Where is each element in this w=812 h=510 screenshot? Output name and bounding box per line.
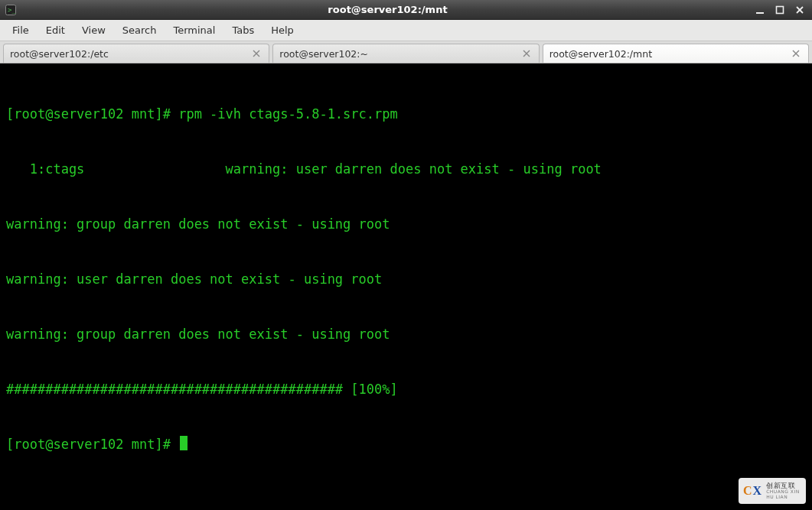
tab-label: root@server102:~ [279, 48, 515, 60]
menu-file[interactable]: File [5, 21, 37, 39]
menu-view[interactable]: View [74, 21, 113, 39]
watermark-logo-icon: CX [743, 484, 761, 498]
close-icon[interactable] [520, 47, 533, 60]
close-icon[interactable] [250, 47, 263, 60]
maximize-button[interactable] [772, 4, 788, 16]
watermark-text: 创新互联 CHUANG XIN HU LIAN [766, 482, 801, 499]
terminal-app-icon: >_ [5, 4, 17, 16]
tab-label: root@server102:/etc [10, 48, 246, 60]
menu-terminal[interactable]: Terminal [165, 21, 223, 39]
terminal-line: 1:ctags warning: user darren does not ex… [6, 160, 806, 178]
menubar: File Edit View Search Terminal Tabs Help [0, 20, 812, 41]
watermark-en: CHUANG XIN HU LIAN [766, 489, 801, 499]
terminal-line: warning: group darren does not exist - u… [6, 325, 806, 343]
svg-rect-2 [756, 12, 764, 14]
menu-edit[interactable]: Edit [38, 21, 73, 39]
terminal-line: [root@server102 mnt]# rpm -ivh ctags-5.8… [6, 105, 806, 123]
terminal-line: warning: group darren does not exist - u… [6, 215, 806, 233]
svg-text:>_: >_ [8, 6, 16, 14]
terminal-prompt: [root@server102 mnt]# [6, 437, 178, 452]
tab-home[interactable]: root@server102:~ [272, 44, 539, 63]
window-title: root@server102:/mnt [23, 4, 752, 15]
terminal-line: warning: user darren does not exist - us… [6, 270, 806, 288]
tab-label: root@server102:/mnt [549, 48, 785, 60]
terminal-viewport[interactable]: [root@server102 mnt]# rpm -ivh ctags-5.8… [0, 63, 812, 510]
menu-tabs[interactable]: Tabs [224, 21, 262, 39]
menu-help[interactable]: Help [263, 21, 302, 39]
svg-rect-3 [777, 6, 784, 13]
terminal-cursor [180, 436, 188, 450]
tab-etc[interactable]: root@server102:/etc [3, 44, 269, 63]
minimize-button[interactable] [752, 4, 768, 16]
window-titlebar: >_ root@server102:/mnt [0, 0, 812, 20]
menu-search[interactable]: Search [115, 21, 165, 39]
tab-mnt[interactable]: root@server102:/mnt [543, 44, 809, 63]
watermark: CX 创新互联 CHUANG XIN HU LIAN [739, 478, 806, 504]
close-button[interactable] [792, 4, 807, 16]
vertical-scrollbar[interactable] [807, 63, 810, 510]
tabbar: root@server102:/etc root@server102:~ roo… [0, 41, 812, 63]
terminal-line: ########################################… [6, 380, 806, 398]
close-icon[interactable] [790, 47, 802, 60]
terminal-prompt-line: [root@server102 mnt]# [6, 435, 806, 453]
